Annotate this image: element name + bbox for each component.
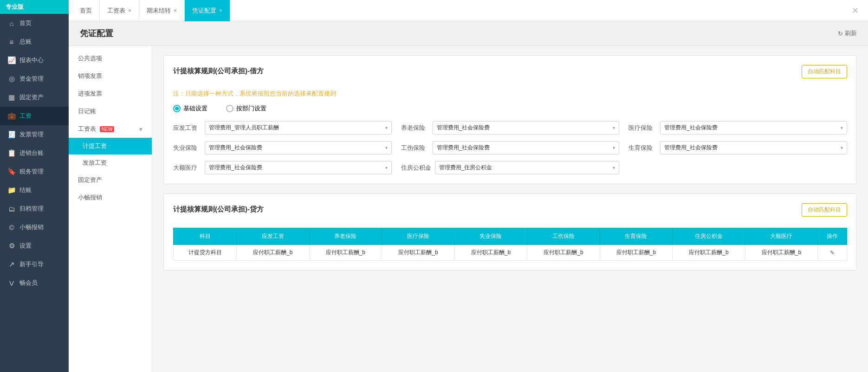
credit-section-header: 计提核算规则(公司承担)-贷方 自动匹配科目 <box>173 203 847 221</box>
sidebar-item-settings[interactable]: ⚙ 设置 <box>0 237 69 255</box>
guide-icon: ↗ <box>7 260 16 269</box>
sidebar-item-closing[interactable]: 📁 结账 <box>0 181 69 199</box>
radio-department-circle <box>226 105 233 112</box>
tab-home[interactable]: 首页 <box>72 0 100 21</box>
field-housing-fund-select[interactable]: 管理费用_住房公积金 ▾ <box>435 161 620 174</box>
field-injury-label: 工伤保险 <box>401 144 429 152</box>
field-medical-select[interactable]: 管理费用_社会保险费 ▾ <box>660 121 847 135</box>
funds-icon: ◎ <box>7 75 16 83</box>
menu-purchase-invoice[interactable]: 进项发票 <box>69 85 152 103</box>
radio-department-label: 按部门设置 <box>236 104 266 113</box>
field-maternity-select[interactable]: 管理费用_社会保险费 ▾ <box>660 141 847 154</box>
debit-auto-match-button[interactable]: 自动匹配科目 <box>802 65 847 78</box>
field-housing-fund: 住房公积金 管理费用_住房公积金 ▾ <box>401 161 620 174</box>
field-injury-select[interactable]: 管理费用_社会保险费 ▾ <box>433 141 620 154</box>
close-window-button[interactable]: ✕ <box>846 6 864 16</box>
radio-basic-label: 基础设置 <box>183 104 207 113</box>
sidebar-item-funds[interactable]: ◎ 资金管理 <box>0 70 69 88</box>
menu-fixed-assets[interactable]: 固定资产 <box>69 171 152 189</box>
sidebar-item-label: 畅会员 <box>19 279 38 287</box>
field-medical-label: 医疗保险 <box>628 124 656 132</box>
menu-salary-table[interactable]: 工资表 NEW ▾ <box>69 120 152 138</box>
sidebar-item-label: 总账 <box>19 38 32 46</box>
tab-period-close-btn[interactable]: × <box>174 7 177 14</box>
field-pension-select[interactable]: 管理费用_社会保险费 ▾ <box>433 121 620 135</box>
main-area: 首页 工资表 × 期末结转 × 凭证配置 × ✕ 凭证配置 ↻ 刷新 公共选项 <box>69 0 868 372</box>
sidebar-item-label: 小畅报销 <box>19 223 44 231</box>
reports-icon: 📈 <box>7 56 16 64</box>
app-title: 专业版 <box>0 0 69 14</box>
chevron-down-icon: ▾ <box>385 165 388 170</box>
sidebar-item-xiaochang[interactable]: © 小畅报销 <box>0 218 69 237</box>
sidebar-item-label: 新手引导 <box>19 260 44 269</box>
cell-injury: 应付职工薪酬_b <box>527 245 600 261</box>
sidebar-item-invoice[interactable]: 🧾 发票管理 <box>0 125 69 144</box>
col-unemployment: 失业保险 <box>454 228 527 245</box>
cell-unemployment: 应付职工薪酬_b <box>454 245 527 261</box>
menu-sales-invoice[interactable]: 销项发票 <box>69 67 152 85</box>
tab-salary-table[interactable]: 工资表 × <box>100 0 139 21</box>
cell-medical: 应付职工薪酬_b <box>382 245 455 261</box>
right-content: 计提核算规则(公司承担)-借方 自动匹配科目 注：只能选择一种方式，系统将按照您… <box>152 46 868 372</box>
field-pension: 养老保险 管理费用_社会保险费 ▾ <box>401 121 620 135</box>
sidebar-item-home[interactable]: ⌂ 首页 <box>0 14 69 32</box>
sidebar-item-label: 工资 <box>19 112 32 120</box>
sidebar-item-salary[interactable]: 💼 工资 <box>0 107 69 125</box>
field-pension-label: 养老保险 <box>401 124 429 132</box>
debit-section-header: 计提核算规则(公司承担)-借方 自动匹配科目 <box>173 65 847 83</box>
tab-voucher-config[interactable]: 凭证配置 × <box>185 0 230 21</box>
sidebar-item-stockbook[interactable]: 📋 进销台账 <box>0 144 69 162</box>
menu-pay-salary[interactable]: 发放工资 <box>69 154 152 171</box>
tab-voucher-close[interactable]: × <box>219 7 222 14</box>
field-housing-fund-label: 住房公积金 <box>401 164 431 172</box>
xiaochang-icon: © <box>7 224 16 231</box>
field-maternity: 生育保险 管理费用_社会保险费 ▾ <box>628 141 847 154</box>
field-housing-fund-value: 管理费用_住房公积金 <box>439 164 492 172</box>
sidebar-item-label: 设置 <box>19 242 32 250</box>
credit-auto-match-button[interactable]: 自动匹配科目 <box>802 203 847 217</box>
credit-table: 科目 应发工资 养老保险 医疗保险 失业保险 工伤保险 生育保险 住房公积金 大… <box>173 228 847 261</box>
menu-calc-salary[interactable]: 计提工资 <box>69 138 152 154</box>
field-wages-select[interactable]: 管理费用_管理人员职工薪酬 ▾ <box>205 121 392 135</box>
new-badge: NEW <box>100 126 114 132</box>
col-subject: 科目 <box>174 228 237 245</box>
col-medical: 医疗保险 <box>382 228 455 245</box>
sidebar-item-ledger[interactable]: ≡ 总账 <box>0 32 69 51</box>
sidebar-item-reports[interactable]: 📈 报表中心 <box>0 51 69 70</box>
radio-basic[interactable]: 基础设置 <box>173 104 207 113</box>
field-injury-value: 管理费用_社会保险费 <box>437 144 490 152</box>
cell-action[interactable]: ✎ <box>818 245 847 261</box>
menu-public-options[interactable]: 公共选项 <box>69 50 152 67</box>
cell-major-medical: 应付职工薪酬_b <box>745 245 818 261</box>
credit-section-title: 计提核算规则(公司承担)-贷方 <box>173 205 264 214</box>
field-unemployment: 失业保险 管理费用_社会保险费 ▾ <box>173 141 392 154</box>
sidebar-item-tax[interactable]: 🔖 税务管理 <box>0 162 69 181</box>
tab-period-close[interactable]: 期末结转 × <box>139 0 185 21</box>
debit-warning: 注：只能选择一种方式，系统将按照您当前的选择来配置规则 <box>173 90 847 98</box>
field-wages-value: 管理费用_管理人员职工薪酬 <box>209 124 279 132</box>
sidebar-item-assets[interactable]: ▦ 固定资产 <box>0 88 69 107</box>
col-major-medical: 大额医疗 <box>745 228 818 245</box>
chevron-down-icon: ▾ <box>139 126 143 133</box>
sidebar-item-vip[interactable]: V 畅会员 <box>0 274 69 292</box>
radio-department[interactable]: 按部门设置 <box>226 104 266 113</box>
col-housing: 住房公积金 <box>673 228 745 245</box>
field-unemployment-value: 管理费用_社会保险费 <box>209 144 262 152</box>
sidebar-item-archive[interactable]: 🗂 归档管理 <box>0 199 69 218</box>
tab-salary-close[interactable]: × <box>128 7 131 14</box>
page-header: 凭证配置 ↻ 刷新 <box>69 21 868 46</box>
field-unemployment-select[interactable]: 管理费用_社会保险费 ▾ <box>205 141 392 154</box>
field-major-medical-select[interactable]: 管理费用_社会保险费 ▾ <box>205 161 392 174</box>
field-major-medical-label: 大额医疗 <box>173 164 201 172</box>
sidebar-item-guide[interactable]: ↗ 新手引导 <box>0 255 69 274</box>
field-medical-value: 管理费用_社会保险费 <box>664 124 718 132</box>
menu-xiaochang-expense[interactable]: 小畅报销 <box>69 189 152 206</box>
content-area: 公共选项 销项发票 进项发票 日记账 工资表 NEW ▾ 计提工资 <box>69 46 868 372</box>
field-pension-value: 管理费用_社会保险费 <box>437 124 490 132</box>
edit-icon[interactable]: ✎ <box>830 250 835 256</box>
refresh-button[interactable]: ↻ 刷新 <box>838 29 857 38</box>
col-injury: 工伤保险 <box>527 228 600 245</box>
tab-period-label: 期末结转 <box>147 6 171 15</box>
credit-section: 计提核算规则(公司承担)-贷方 自动匹配科目 科目 应发工资 养老保险 医疗保险… <box>163 193 857 270</box>
menu-journal[interactable]: 日记账 <box>69 103 152 120</box>
